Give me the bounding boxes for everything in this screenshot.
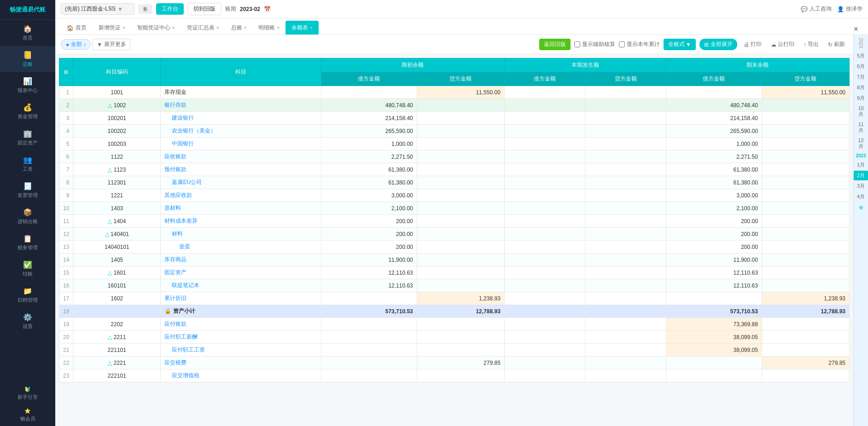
sidebar-item-settings[interactable]: ⚙️ 设置 — [0, 308, 55, 334]
account-name[interactable]: 材料成本差异 — [161, 215, 321, 228]
sidebar-item-checkout[interactable]: ✅ 结账 — [0, 256, 55, 282]
tab-smart-voucher[interactable]: 智能凭证中心 × — [131, 21, 181, 35]
account-name[interactable]: 联提笔记本 — [161, 279, 321, 292]
cloud-print-button[interactable]: ☁ 云打印 — [768, 39, 797, 50]
switch-version-button[interactable]: 切到旧版 — [187, 3, 221, 15]
month-2[interactable]: 2月 — [854, 171, 868, 180]
month-12[interactable]: 12月 — [854, 136, 868, 151]
show-ytd-checkbox[interactable]: 显示本年累计 — [619, 40, 660, 48]
expand-icon[interactable]: △ — [108, 334, 113, 340]
account-name[interactable]: 应付职工薪酬 — [161, 331, 321, 344]
assist-checkbox-input[interactable] — [574, 41, 580, 47]
ytd-checkbox-input[interactable] — [619, 41, 625, 47]
return-old-version-button[interactable]: 返回旧版 — [539, 39, 571, 50]
expand-button[interactable]: ▼ 展开更多 — [93, 39, 130, 50]
sidebar-item-salary[interactable]: 👥 工资 — [0, 151, 55, 177]
workbench-button[interactable]: 工作台 — [156, 3, 184, 15]
account-link[interactable]: 建设银行 — [172, 115, 194, 121]
close-tab-new-voucher[interactable]: × — [122, 25, 125, 30]
account-name[interactable]: 库存商品 — [161, 253, 321, 266]
copy-button[interactable]: ⎘ — [138, 4, 152, 14]
print-button[interactable]: 🖨 打印 — [741, 39, 764, 50]
account-name[interactable]: 固定资产 — [161, 266, 321, 279]
month-3[interactable]: 3月 — [854, 181, 868, 191]
tab-new-voucher[interactable]: 新增凭证 × — [93, 21, 131, 35]
format-button[interactable]: 全账式 ▼ — [664, 39, 696, 50]
expand-all-toggle[interactable]: ⊞ 全部展开 — [699, 39, 737, 50]
account-link[interactable]: 嘉属EU公司 — [172, 179, 202, 185]
expand-icon[interactable]: △ — [108, 102, 113, 109]
account-name[interactable]: 原材料 — [161, 202, 321, 215]
close-tab-voucher-summary[interactable]: × — [216, 25, 219, 30]
account-name[interactable]: 预付账款 — [161, 163, 321, 176]
account-name[interactable]: 其他应收款 — [161, 189, 321, 202]
account-name[interactable]: 嘉属EU公司 — [161, 176, 321, 189]
month-8[interactable]: 8月 — [854, 83, 868, 92]
month-11[interactable]: 11月 — [854, 120, 868, 135]
account-name[interactable]: 应交增值税 — [161, 369, 321, 382]
account-name[interactable]: 应交税费 — [161, 357, 321, 369]
close-tab-smart-voucher[interactable]: × — [172, 25, 175, 30]
account-link[interactable]: 应收账款 — [164, 153, 186, 160]
account-link[interactable]: 农业银行（美金） — [172, 127, 216, 134]
account-name[interactable]: 应付职工工资 — [161, 344, 321, 357]
sidebar-item-invoice[interactable]: 🧾 发票管理 — [0, 177, 55, 203]
account-link[interactable]: 联提笔记本 — [172, 282, 199, 288]
tab-balance[interactable]: 余额表 × — [285, 21, 319, 35]
sidebar-item-guide[interactable]: 🔰 新手引导 — [0, 383, 55, 404]
month-4[interactable]: 4月 — [854, 192, 868, 201]
tab-ledger[interactable]: 总账 × — [225, 21, 253, 35]
account-name[interactable]: 应收账款 — [161, 150, 321, 163]
account-name[interactable]: 农业银行（美金） — [161, 125, 321, 138]
show-assist-checkbox[interactable]: 显示辅助核算 — [574, 40, 615, 48]
tab-home[interactable]: 🏠 首页 — [61, 21, 93, 35]
export-button[interactable]: ↑ 导出 — [801, 39, 821, 50]
account-link[interactable]: 银行存款 — [164, 102, 186, 108]
settings-header[interactable]: ⚙ — [59, 58, 73, 86]
account-link[interactable]: 预付账款 — [164, 166, 186, 173]
month-9[interactable]: 9月 — [854, 93, 868, 103]
close-tab-ledger[interactable]: × — [244, 25, 247, 30]
tab-detail-ledger[interactable]: 明细账 × — [252, 21, 285, 35]
account-link[interactable]: 材料 — [172, 230, 183, 237]
month-10[interactable]: 10月 — [854, 104, 868, 119]
account-link[interactable]: 壹蛋 — [179, 243, 190, 250]
account-link[interactable]: 应交税费 — [164, 359, 186, 366]
account-name[interactable]: 银行存款 — [161, 99, 321, 112]
month-7[interactable]: 7月 — [854, 72, 868, 82]
sidebar-item-purchase[interactable]: 📦 进销台账 — [0, 203, 55, 230]
tab-voucher-summary[interactable]: 凭证汇总表 × — [181, 21, 225, 35]
close-tab-balance[interactable]: × — [310, 25, 313, 30]
month-6[interactable]: 6月 — [854, 62, 868, 71]
account-name[interactable]: 壹蛋 — [161, 241, 321, 253]
sidebar-item-reports[interactable]: 📊 报表中心 — [0, 72, 55, 98]
expand-icon[interactable]: △ — [105, 231, 111, 237]
month-5[interactable]: 5月 — [854, 51, 868, 61]
close-tab-detail-ledger[interactable]: × — [277, 25, 280, 30]
refresh-button[interactable]: ↻ 刷新 — [825, 39, 848, 50]
filter-all[interactable]: ● 全部 › — [61, 39, 91, 50]
account-link[interactable]: 材料成本差异 — [164, 218, 198, 224]
sidebar-item-member[interactable]: ⭐ 畅会员 — [0, 404, 55, 426]
expand-icon[interactable]: △ — [108, 167, 113, 173]
expand-panel-button[interactable]: ⊕ — [859, 204, 863, 211]
account-link[interactable]: 库存商品 — [164, 256, 186, 263]
account-link[interactable]: 应付职工薪酬 — [164, 334, 198, 340]
account-name[interactable]: 应付账款 — [161, 318, 321, 331]
account-link[interactable]: 中国银行 — [172, 140, 194, 147]
sidebar-item-ledger[interactable]: 📒 总账 — [0, 46, 55, 72]
expand-icon[interactable]: △ — [108, 360, 113, 366]
account-link[interactable]: 原材料 — [164, 205, 181, 211]
account-link[interactable]: 应付职工工资 — [172, 346, 205, 353]
consult-button[interactable]: 💬 人工咨询 — [801, 5, 832, 13]
account-name[interactable]: 建设银行 — [161, 112, 321, 125]
account-link[interactable]: 累计折旧 — [164, 295, 186, 301]
account-name[interactable]: 材料 — [161, 228, 321, 241]
account-link[interactable]: 其他应收款 — [164, 192, 192, 198]
account-link[interactable]: 应交增值税 — [172, 372, 199, 379]
account-name[interactable]: 中国银行 — [161, 138, 321, 150]
sidebar-item-capital[interactable]: 💰 资金管理 — [0, 98, 55, 125]
account-link[interactable]: 固定资产 — [164, 269, 186, 276]
sidebar-item-archive[interactable]: 📁 归档管理 — [0, 282, 55, 308]
expand-icon[interactable]: △ — [108, 270, 113, 276]
